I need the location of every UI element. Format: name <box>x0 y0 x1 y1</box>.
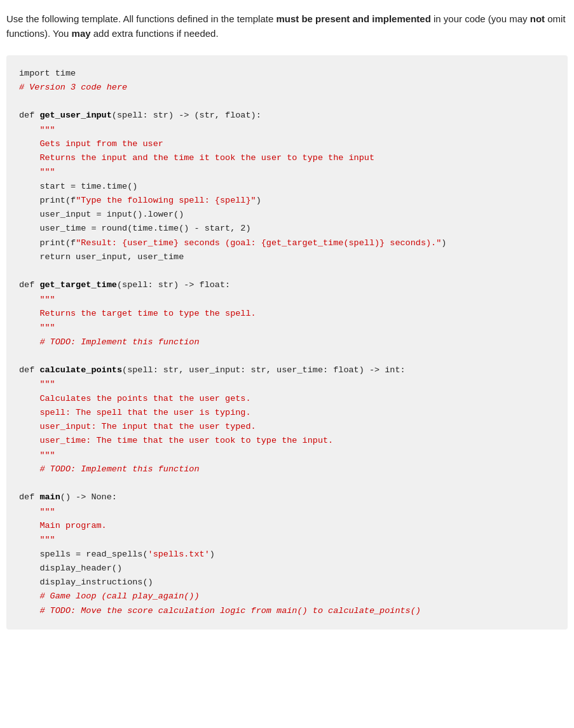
intro-text-part2: in your code (you may <box>431 13 530 24</box>
intro-bold2: not <box>530 13 545 24</box>
intro-paragraph: Use the following template. All function… <box>6 11 568 41</box>
intro-bold3: may <box>72 28 91 39</box>
intro-text-part1: Use the following template. All function… <box>6 13 276 24</box>
code-block: import time # Version 3 code here def ge… <box>6 55 568 630</box>
intro-text-end: add extra functions if needed. <box>91 28 219 39</box>
intro-bold1: must be present and implemented <box>276 13 430 24</box>
